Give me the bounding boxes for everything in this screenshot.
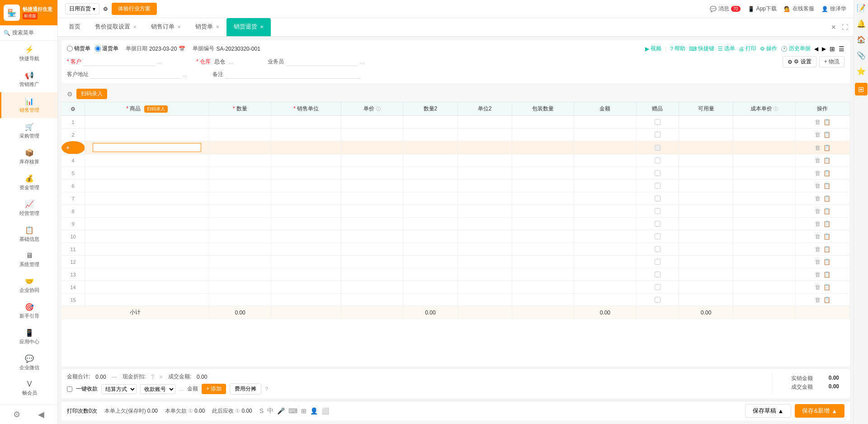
tab-close-sales-order[interactable]: ✕ [177,24,181,29]
gift-checkbox[interactable] [655,183,660,189]
copy-row-icon[interactable]: 📋 [823,208,830,214]
cost-cell[interactable] [733,256,795,268]
close-tab-btn[interactable]: ✕ [829,22,838,33]
sidebar-item-shortcut[interactable]: ⚡ 快捷导航 [0,41,57,67]
right-panel-icon-3[interactable]: 🏠 [857,35,866,44]
gift-cell[interactable] [636,205,679,218]
goods-cell[interactable] [85,256,209,268]
copy-row-icon[interactable]: 📋 [823,258,830,265]
data-cell[interactable] [512,230,574,243]
gift-checkbox[interactable] [655,119,660,125]
data-cell[interactable] [341,129,403,141]
data-cell[interactable] [403,205,458,218]
gift-checkbox[interactable] [655,132,660,138]
goods-cell[interactable] [85,129,209,141]
customer-select-btn[interactable]: ... [157,59,162,65]
gift-checkbox[interactable] [655,195,660,201]
data-cell[interactable] [458,167,512,180]
data-cell[interactable] [512,154,574,167]
account-select[interactable]: 收款账号 [140,384,175,394]
table-icon[interactable]: ⊞ [301,407,307,414]
data-cell[interactable] [403,218,458,230]
data-cell[interactable] [209,167,271,180]
tab-sales-delivery[interactable]: 销货单 ✕ [188,18,226,36]
available-cell[interactable] [679,205,733,218]
sidebar-item-system[interactable]: 🖥 系统管理 [0,247,57,272]
data-cell[interactable] [458,180,512,192]
qr-icon[interactable]: ⬜ [321,407,329,414]
data-cell[interactable] [574,116,636,129]
shortcut-btn[interactable]: ⌨ 快捷键 [689,45,714,52]
data-cell[interactable] [341,205,403,218]
available-cell[interactable] [679,281,733,294]
add-btn[interactable]: + 添加 [202,384,226,394]
gift-cell[interactable] [636,180,679,192]
remark-input[interactable] [225,70,361,79]
data-cell[interactable] [458,294,512,306]
data-cell[interactable] [209,218,271,230]
staff-select-btn[interactable]: ... [360,59,364,65]
setting-btn[interactable]: ⚙ ⚙ 设置 [783,56,816,67]
data-cell[interactable] [403,180,458,192]
gift-checkbox[interactable] [655,297,660,303]
available-cell[interactable] [679,116,733,129]
data-cell[interactable] [271,294,341,306]
data-cell[interactable] [512,141,574,154]
delete-row-icon[interactable]: 🗑 [815,195,821,202]
category-select[interactable]: 日用百货 ▾ [65,3,99,14]
data-cell[interactable] [512,205,574,218]
available-cell[interactable] [679,256,733,268]
available-cell[interactable] [679,230,733,243]
online-service-btn[interactable]: 💁 在线客服 [784,5,814,13]
operation-btn[interactable]: ⚙ 操作 [760,45,777,52]
delete-row-icon[interactable]: 🗑 [815,157,821,164]
data-cell[interactable] [209,205,271,218]
warehouse-select-btn[interactable]: ... [229,59,233,65]
gift-checkbox[interactable] [655,170,660,176]
data-cell[interactable] [341,192,403,205]
topbar-settings-icon[interactable]: ⚙ [103,6,108,12]
data-cell[interactable] [574,256,636,268]
data-cell[interactable] [271,192,341,205]
data-cell[interactable] [458,218,512,230]
next-icon[interactable]: ▶ [822,46,826,52]
data-cell[interactable] [574,167,636,180]
data-cell[interactable] [271,167,341,180]
sidebar-item-basic[interactable]: 📋 基础信息 [0,221,57,247]
address-select-btn[interactable]: ... [183,71,187,78]
gift-cell[interactable] [636,243,679,256]
data-cell[interactable] [341,154,403,167]
add-row-btn[interactable]: + [63,143,72,152]
person-icon[interactable]: 👤 [310,407,318,414]
data-cell[interactable] [458,141,512,154]
data-cell[interactable] [512,192,574,205]
gift-cell[interactable] [636,268,679,281]
tab-close-price-setup[interactable]: ✕ [133,24,137,29]
select-btn[interactable]: ☰ 选单 [718,45,735,52]
data-cell[interactable] [341,230,403,243]
copy-row-icon[interactable]: 📋 [823,271,830,278]
data-cell[interactable] [271,180,341,192]
staff-input[interactable] [286,57,358,66]
data-cell[interactable] [271,218,341,230]
delete-row-icon[interactable]: 🗑 [815,131,821,138]
right-panel-icon-2[interactable]: 🔔 [857,19,866,28]
grid-view-icon[interactable]: ⊞ [830,45,835,52]
data-cell[interactable] [512,294,574,306]
data-cell[interactable] [574,180,636,192]
cost-cell[interactable] [733,116,795,129]
copy-row-icon[interactable]: 📋 [823,246,830,252]
data-cell[interactable] [458,192,512,205]
quick-pay-checkbox[interactable] [67,386,72,392]
data-cell[interactable] [403,129,458,141]
goods-cell[interactable] [85,243,209,256]
data-cell[interactable] [574,205,636,218]
delete-row-icon[interactable]: 🗑 [815,258,821,265]
delete-row-icon[interactable]: 🗑 [815,284,821,291]
goods-cell[interactable] [85,205,209,218]
delete-row-icon[interactable]: 🗑 [815,170,821,176]
account-dots-btn[interactable]: ... [179,386,184,392]
data-cell[interactable] [458,281,512,294]
data-cell[interactable] [209,116,271,129]
available-cell[interactable] [679,192,733,205]
